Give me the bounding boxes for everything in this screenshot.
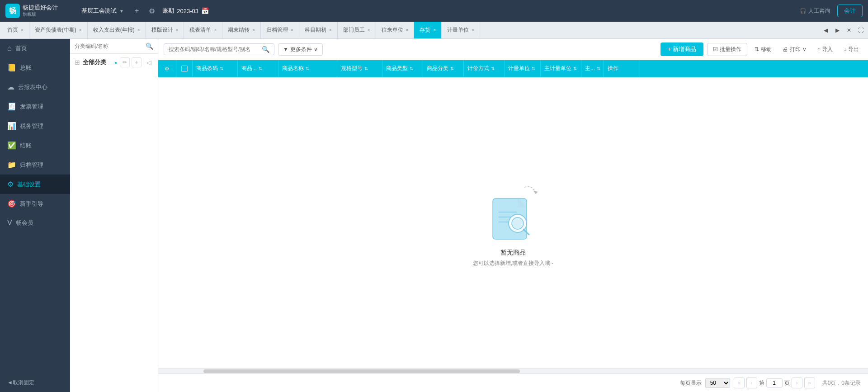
close-all-tabs[interactable]: ✕ — [844, 25, 854, 36]
scrollbar-thumb[interactable] — [203, 369, 520, 373]
company-selector[interactable]: 基层工会测试 ▼ — [78, 5, 127, 17]
product-search-icon[interactable]: 🔍 — [262, 46, 269, 53]
sidebar-item-home[interactable]: ⌂ 首页 — [0, 39, 70, 58]
sort-icon: ⇅ — [259, 66, 262, 71]
close-tab-income[interactable]: × — [137, 28, 140, 33]
th-type[interactable]: 商品类型 ⇅ — [382, 60, 423, 77]
content-area: 🔍 ⊞ 全部分类 ● ✏ + ◁ — [70, 39, 868, 392]
th-category[interactable]: 商品分类 ⇅ — [423, 60, 464, 77]
toolbar: 🔍 ▼ 更多条件 ∨ + 新增商品 ☑ 批量操作 — [158, 39, 868, 60]
horizontal-scrollbar[interactable] — [158, 368, 868, 373]
tab-scroll-left[interactable]: ◀ — [820, 25, 831, 36]
tab-period-end[interactable]: 期末结转 × — [222, 22, 261, 39]
add-tab-button[interactable]: + — [132, 5, 142, 17]
sidebar-item-guide[interactable]: 🎯 新手引导 — [0, 194, 70, 213]
product-search-input[interactable] — [169, 46, 259, 52]
tab-navigation: ◀ ▶ ✕ ⛶ — [820, 25, 866, 36]
close-tab-subject-init[interactable]: × — [329, 28, 332, 33]
close-tab-dept-staff[interactable]: × — [368, 28, 370, 33]
sidebar-item-closing[interactable]: ✅ 结账 — [0, 136, 70, 155]
add-category-button[interactable]: + — [132, 57, 142, 67]
import-icon: ↑ — [817, 46, 820, 52]
select-all-checkbox[interactable] — [181, 66, 188, 72]
category-actions: ✏ + — [120, 57, 142, 67]
th-main-unit[interactable]: 主计量单位 ⇅ — [541, 60, 581, 77]
sidebar-item-member[interactable]: V 畅会员 — [0, 213, 70, 232]
move-button[interactable]: ⇅ 移动 — [751, 43, 775, 56]
close-tab-home[interactable]: × — [21, 28, 24, 33]
main-layout: ⌂ 首页 📒 总账 ☁ 云报表中心 🧾 发票管理 📊 税务管理 ✅ 结账 📁 归… — [0, 39, 868, 392]
close-tab-archive[interactable]: × — [291, 28, 293, 33]
close-tab-template[interactable]: × — [176, 28, 179, 33]
empty-title: 暂无商品 — [500, 249, 526, 257]
tab-inventory[interactable]: 存货 × — [414, 22, 442, 39]
th-settings[interactable]: ⚙ — [158, 60, 176, 77]
last-page-button[interactable]: » — [804, 378, 815, 388]
filter-icon: ▼ — [283, 46, 288, 52]
unpin-sidebar-button[interactable]: ◄取消固定 — [0, 373, 70, 392]
empty-illustration — [477, 178, 549, 241]
sidebar-item-tax-mgmt[interactable]: 📊 税务管理 — [0, 116, 70, 136]
tab-template[interactable]: 模版设计 × — [146, 22, 184, 39]
tab-unit[interactable]: 计量单位 × — [442, 22, 480, 39]
close-tab-period-end[interactable]: × — [252, 28, 255, 33]
svg-point-7 — [512, 217, 524, 229]
tab-bar: 首页 × 资产负债表(中期) × 收入支出表(年报) × 模版设计 × 税表清单… — [0, 22, 868, 39]
sort-icon: ⇅ — [410, 66, 413, 71]
tab-tax[interactable]: 税表清单 × — [184, 22, 222, 39]
close-tab-balance[interactable]: × — [79, 28, 82, 33]
move-icon: ⇅ — [755, 46, 759, 52]
header-actions: 🎧 人工咨询 会计 — [796, 5, 863, 17]
first-page-button[interactable]: « — [734, 378, 745, 388]
sidebar-item-archive[interactable]: 📁 归档管理 — [0, 155, 70, 175]
tab-archive[interactable]: 归档管理 × — [261, 22, 299, 39]
add-product-button[interactable]: + 新增商品 — [660, 43, 703, 56]
tab-home[interactable]: 首页 × — [2, 22, 29, 39]
sidebar-item-basic-settings[interactable]: ⚙ 基础设置 — [0, 175, 70, 194]
print-button[interactable]: 🖨 打印 ∨ — [779, 43, 810, 56]
settings-icon[interactable]: ⚙ — [146, 5, 158, 17]
th-barcode[interactable]: 商品条码 ⇅ — [193, 60, 238, 77]
tab-maximize[interactable]: ⛶ — [855, 25, 866, 36]
print-icon: 🖨 — [783, 46, 788, 52]
calendar-icon[interactable]: 📅 — [201, 7, 209, 14]
sidebar: ⌂ 首页 📒 总账 ☁ 云报表中心 🧾 发票管理 📊 税务管理 ✅ 结账 📁 归… — [0, 39, 70, 392]
page-number-input[interactable] — [766, 378, 783, 387]
sidebar-item-ledger[interactable]: 📒 总账 — [0, 58, 70, 77]
close-tab-counterpart[interactable]: × — [406, 28, 409, 33]
th-unit[interactable]: 计量单位 ⇅ — [505, 60, 541, 77]
sort-icon: ⇅ — [532, 66, 535, 71]
close-tab-unit[interactable]: × — [472, 28, 474, 33]
th-pricing[interactable]: 计价方式 ⇅ — [464, 60, 505, 77]
th-name[interactable]: 商品名称 ⇅ — [278, 60, 337, 77]
sidebar-item-reports[interactable]: ☁ 云报表中心 — [0, 77, 70, 97]
tab-balance[interactable]: 资产负债表(中期) × — [29, 22, 88, 39]
human-service-button[interactable]: 🎧 人工咨询 — [796, 5, 834, 17]
iam-button[interactable]: 会计 — [837, 5, 863, 17]
edit-category-button[interactable]: ✏ — [120, 57, 130, 67]
tab-scroll-right[interactable]: ▶ — [832, 25, 843, 36]
th-checkbox[interactable] — [176, 60, 193, 77]
category-header: ⊞ 全部分类 ● ✏ + ◁ — [70, 54, 158, 71]
prev-page-button[interactable]: ‹ — [746, 378, 757, 388]
batch-operation-button[interactable]: ☑ 批量操作 — [707, 43, 747, 56]
tab-dept-staff[interactable]: 部门员工 × — [338, 22, 376, 39]
per-page-select[interactable]: 50 100 200 — [705, 378, 730, 388]
invoice-icon: 🧾 — [7, 102, 16, 111]
category-search-icon[interactable]: 🔍 — [146, 43, 153, 50]
category-search-input[interactable] — [75, 43, 143, 49]
tab-income[interactable]: 收入支出表(年报) × — [88, 22, 146, 39]
import-button[interactable]: ↑ 导入 — [814, 43, 836, 56]
tab-subject-init[interactable]: 科目期初 × — [299, 22, 338, 39]
close-tab-tax[interactable]: × — [214, 28, 217, 33]
th-extra[interactable]: 主... ⇅ — [581, 60, 604, 77]
next-page-button[interactable]: › — [792, 378, 802, 388]
collapse-panel-button[interactable]: ◁ — [144, 58, 153, 67]
tab-counterpart[interactable]: 往来单位 × — [376, 22, 415, 39]
th-spec[interactable]: 规格型号 ⇅ — [337, 60, 382, 77]
th-code[interactable]: 商品... ⇅ — [238, 60, 278, 77]
more-conditions-button[interactable]: ▼ 更多条件 ∨ — [278, 43, 323, 56]
export-button[interactable]: ↓ 导出 — [840, 43, 863, 56]
sidebar-item-invoice[interactable]: 🧾 发票管理 — [0, 97, 70, 116]
close-tab-inventory[interactable]: × — [433, 28, 436, 33]
